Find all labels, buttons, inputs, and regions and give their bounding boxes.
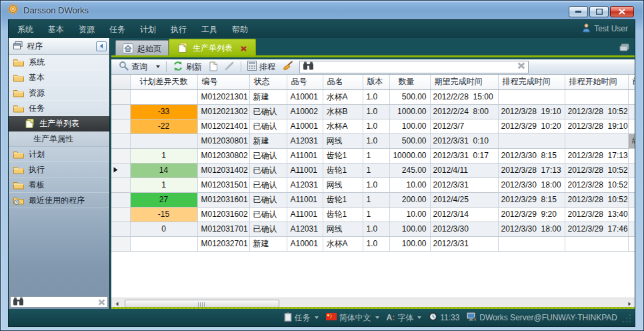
menu-item-7[interactable]: 帮助 bbox=[225, 21, 255, 38]
cell-item-no[interactable]: A10001 bbox=[287, 119, 323, 133]
cell-sched-start[interactable]: 2012/3/28 10:52 bbox=[565, 178, 628, 192]
row-indicator[interactable] bbox=[111, 89, 130, 104]
status-language[interactable]: 简体中文 bbox=[326, 312, 379, 324]
cell-version[interactable]: 1.0 bbox=[363, 222, 389, 236]
column-header-排程开始时间[interactable]: 排程开始时间 bbox=[565, 75, 628, 89]
cell-sched-start[interactable]: 2012/3/28 19:10 bbox=[565, 119, 628, 133]
status-font[interactable]: A: 字体 bbox=[387, 312, 422, 324]
cell-sched-start[interactable]: 2012/3/28 10:52 bbox=[565, 104, 628, 119]
close-button[interactable] bbox=[610, 6, 634, 17]
row-indicator[interactable] bbox=[111, 222, 130, 236]
cell-due[interactable]: 2012/3/31 0:10 bbox=[430, 133, 498, 148]
cell-item-no[interactable]: A11001 bbox=[287, 207, 323, 222]
cell-due[interactable]: 2012/3/30 bbox=[430, 222, 498, 236]
cell-no[interactable]: M012031501 bbox=[197, 178, 249, 192]
edit-button[interactable] bbox=[221, 60, 238, 73]
cell-sched-end[interactable]: 2012/3/30 18:00 bbox=[498, 178, 565, 192]
user-info[interactable]: Test User bbox=[582, 20, 628, 37]
cell-item-name[interactable]: 齿轮1 bbox=[323, 207, 363, 222]
cell-diff[interactable]: 14 bbox=[130, 163, 197, 178]
row-indicator[interactable] bbox=[111, 236, 130, 251]
column-header-前[interactable]: 前 bbox=[628, 75, 635, 89]
cell-no[interactable]: M012031701 bbox=[197, 222, 249, 236]
status-task[interactable]: 任务 bbox=[284, 312, 319, 324]
sidebar-item-资源[interactable]: 资源 bbox=[9, 85, 109, 101]
sidebar-item-计划[interactable]: 计划 bbox=[9, 147, 109, 162]
row-indicator[interactable] bbox=[111, 119, 130, 133]
cell-item-name[interactable]: 水杯A bbox=[323, 236, 363, 251]
cell-extra[interactable]: # bbox=[628, 133, 635, 148]
cell-extra[interactable] bbox=[628, 236, 635, 251]
cell-extra[interactable] bbox=[628, 119, 635, 133]
grid-row-M012031402[interactable]: 14M012031402已确认A11001齿轮11245.002012/4/11… bbox=[111, 163, 635, 178]
cell-version[interactable]: 1.0 bbox=[363, 89, 389, 104]
menu-item-4[interactable]: 计划 bbox=[133, 21, 163, 38]
cell-diff[interactable]: -15 bbox=[130, 207, 197, 222]
cell-item-name[interactable]: 网线 bbox=[323, 178, 363, 192]
cell-item-name[interactable]: 齿轮1 bbox=[323, 192, 363, 207]
menu-item-6[interactable]: 工具 bbox=[194, 21, 225, 38]
cell-sched-start[interactable]: 2012/3/28 10:52 bbox=[565, 163, 628, 178]
cell-diff[interactable]: 1 bbox=[130, 148, 197, 163]
cell-due[interactable]: 2012/3/14 bbox=[430, 207, 498, 222]
cell-item-name[interactable]: 齿轮1 bbox=[323, 163, 363, 178]
sidebar-item-最近使用的程序[interactable]: 最近使用的程序 bbox=[9, 193, 109, 208]
cell-due[interactable]: 2012/3/31 bbox=[430, 236, 498, 251]
cell-status[interactable]: 新建 bbox=[249, 133, 287, 148]
menu-item-3[interactable]: 任务 bbox=[102, 21, 133, 38]
sidebar-item-执行[interactable]: 执行 bbox=[9, 162, 109, 178]
menu-item-2[interactable]: 资源 bbox=[71, 21, 102, 38]
cell-status[interactable]: 已确认 bbox=[249, 104, 287, 119]
resize-grip[interactable] bbox=[623, 313, 632, 322]
cell-item-no[interactable]: A10002 bbox=[287, 104, 323, 119]
cell-item-no[interactable]: A12031 bbox=[287, 178, 323, 192]
cell-extra[interactable] bbox=[628, 163, 635, 178]
sidebar-item-生产单属性[interactable]: 生产单属性 bbox=[9, 131, 109, 147]
toolbar-search-input[interactable] bbox=[314, 62, 517, 71]
grid-row-M012032701[interactable]: M012032701新建A10001水杯A1.0100.002012/3/31 bbox=[111, 236, 635, 251]
minimize-button[interactable] bbox=[569, 6, 588, 17]
column-header-期望完成时间[interactable]: 期望完成时间 bbox=[430, 75, 498, 89]
cell-qty[interactable]: 500.00 bbox=[389, 89, 430, 104]
grid-row-M012030802[interactable]: 1M012030802已确认A11001齿轮1110000.002012/3/3… bbox=[111, 148, 635, 163]
row-indicator[interactable] bbox=[111, 163, 130, 178]
grid-row-M012021302[interactable]: -33M012021302已确认A10002水杯B1.01000.002012/… bbox=[111, 104, 635, 119]
cell-status[interactable]: 已确认 bbox=[249, 163, 287, 178]
cell-sched-end[interactable] bbox=[498, 236, 565, 251]
cell-qty[interactable]: 100.00 bbox=[389, 222, 430, 236]
cell-no[interactable]: M012021401 bbox=[197, 119, 249, 133]
cell-qty[interactable]: 200.00 bbox=[389, 192, 430, 207]
refresh-button[interactable]: 刷新 bbox=[169, 60, 205, 73]
cell-sched-start[interactable]: 2012/3/29 17:46 bbox=[565, 222, 628, 236]
cell-sched-end[interactable]: 2012/3/28 17:13 bbox=[498, 163, 565, 178]
grid-row-M012031701[interactable]: 0M012031701已确认A12031网线1.0100.002012/3/30… bbox=[111, 222, 635, 236]
window-list-icon[interactable] bbox=[619, 42, 629, 54]
cell-status[interactable]: 已确认 bbox=[249, 178, 287, 192]
cell-extra[interactable] bbox=[628, 89, 635, 104]
cell-status[interactable]: 新建 bbox=[249, 89, 287, 104]
sidebar-collapse-button[interactable] bbox=[96, 41, 107, 51]
tab-production-list[interactable]: 生产单列表 bbox=[169, 39, 256, 57]
column-header-版本[interactable]: 版本 bbox=[363, 75, 389, 89]
cell-sched-start[interactable]: 2012/3/28 17:13 bbox=[565, 148, 628, 163]
column-header-数量[interactable]: 数量 bbox=[389, 75, 430, 89]
cell-sched-start[interactable] bbox=[565, 236, 628, 251]
cell-sched-end[interactable] bbox=[498, 133, 565, 148]
cell-due[interactable]: 2012/2/28 15:00 bbox=[430, 89, 498, 104]
cell-due[interactable]: 2012/3/7 bbox=[430, 119, 498, 133]
toolbar-search-clear-icon[interactable] bbox=[517, 62, 525, 71]
row-indicator[interactable] bbox=[111, 133, 130, 148]
column-header-排程完成时间[interactable]: 排程完成时间 bbox=[498, 75, 565, 89]
cell-sched-end[interactable]: 2012/3/29 10:20 bbox=[498, 119, 565, 133]
cell-sched-end[interactable]: 2012/3/29 9:20 bbox=[498, 207, 565, 222]
clear-filter-button[interactable] bbox=[279, 60, 297, 73]
cell-diff[interactable] bbox=[130, 133, 197, 148]
sidebar-item-生产单列表[interactable]: 生产单列表 bbox=[9, 116, 109, 131]
sidebar-item-任务[interactable]: 任务 bbox=[9, 101, 109, 116]
row-indicator[interactable] bbox=[111, 104, 130, 119]
row-indicator[interactable] bbox=[111, 207, 130, 222]
cell-status[interactable]: 已确认 bbox=[249, 148, 287, 163]
cell-no[interactable]: M012032701 bbox=[197, 236, 249, 251]
cell-version[interactable]: 1.0 bbox=[363, 104, 389, 119]
cell-no[interactable]: M012030802 bbox=[197, 148, 249, 163]
